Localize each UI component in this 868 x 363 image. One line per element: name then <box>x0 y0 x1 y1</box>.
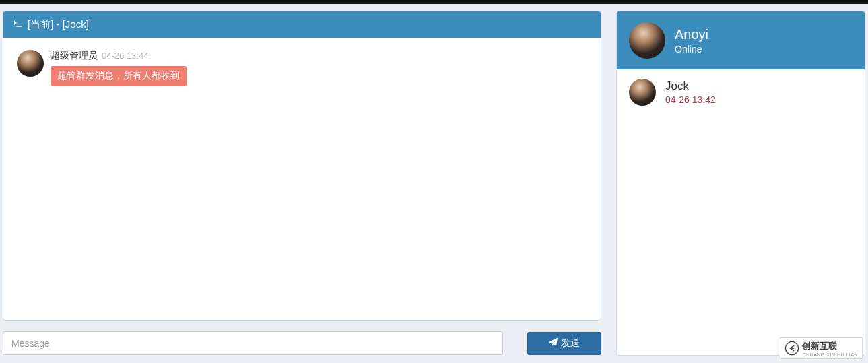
compose-bar: 发送 <box>3 331 601 355</box>
message-sender: 超级管理员 <box>51 50 98 62</box>
chat-body[interactable]: 超级管理员 04-26 13:44 超管群发消息，所有人都收到 <box>3 38 601 320</box>
message-time: 04-26 13:44 <box>102 51 148 61</box>
contact-name: Jock <box>665 79 716 93</box>
watermark-logo: 创新互联 CHUANG XIN HU LIAN <box>780 337 863 359</box>
watermark-sub: CHUANG XIN HU LIAN <box>802 352 858 357</box>
chat-header: [当前] - [Jock] <box>3 11 601 38</box>
send-button-label: 发送 <box>561 337 580 350</box>
my-name: Anoyi <box>675 27 708 42</box>
my-avatar <box>629 22 665 59</box>
message-input[interactable] <box>3 331 503 355</box>
contact-time: 04-26 13:42 <box>665 94 716 105</box>
watermark-icon <box>784 341 799 356</box>
contact-avatar <box>629 79 656 106</box>
sender-avatar <box>17 50 44 77</box>
chat-panel: [当前] - [Jock] 超级管理员 04-26 13:44 超管群发消息，所… <box>3 11 601 321</box>
message-bubble: 超管群发消息，所有人都收到 <box>51 66 187 86</box>
watermark-main: 创新互联 <box>802 341 837 351</box>
terminal-icon <box>13 18 24 31</box>
user-header: Anoyi Online <box>617 11 865 69</box>
message-row: 超级管理员 04-26 13:44 超管群发消息，所有人都收到 <box>17 50 587 86</box>
user-panel: Anoyi Online Jock 04-26 13:42 <box>616 11 865 356</box>
chat-header-title: [当前] - [Jock] <box>28 18 89 31</box>
contact-item[interactable]: Jock 04-26 13:42 <box>617 69 865 115</box>
paper-plane-icon <box>549 338 558 349</box>
contact-list[interactable]: Jock 04-26 13:42 <box>617 69 865 355</box>
send-button[interactable]: 发送 <box>527 332 601 355</box>
my-status: Online <box>675 44 708 55</box>
